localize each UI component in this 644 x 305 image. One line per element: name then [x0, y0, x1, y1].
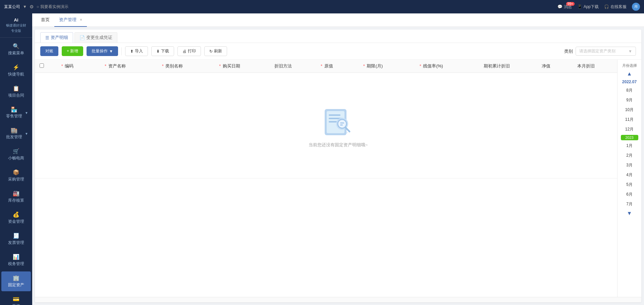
month-item-4[interactable]: 4月 — [621, 170, 638, 180]
svg-rect-11 — [340, 124, 343, 125]
table-header: * 编码 * 资产名称 * 类别名称 — [35, 60, 641, 73]
category-select-box[interactable]: 请选择固定资产类别 ▼ — [576, 47, 636, 56]
bottom-scrollbar[interactable] — [35, 297, 641, 302]
sidebar-item-quicknav[interactable]: ⚡ 快捷导航 — [1, 61, 31, 81]
svg-rect-10 — [340, 122, 344, 123]
month-item-12[interactable]: 12月 — [621, 125, 638, 134]
month-item-11[interactable]: 11月 — [621, 115, 638, 124]
sidebar-item-label: 搜索菜单 — [8, 50, 24, 56]
add-new-button[interactable]: + 新增 — [62, 46, 83, 56]
sidebar-item-label: 税务管理 — [8, 261, 24, 267]
app-download-button[interactable]: 📱 App下载 — [577, 4, 599, 10]
month-item-3[interactable]: 3月 — [621, 161, 638, 170]
company-dropdown[interactable]: ▼ — [23, 4, 27, 9]
asset-table: * 编码 * 资产名称 * 类别名称 — [35, 60, 641, 179]
sidebar-item-finance[interactable]: 💰 资金管理 — [1, 208, 31, 228]
demo-link[interactable]: ○ 我要看实例演示 — [37, 4, 68, 10]
message-badge: 99+ — [566, 2, 575, 6]
col-monthly-dep: 本月折旧 — [561, 60, 611, 73]
refresh-label: 刷新 — [214, 48, 222, 54]
print-button[interactable]: 🖨 打印 — [177, 46, 201, 56]
sidebar-item-purchase[interactable]: 📦 采购管理 — [1, 166, 31, 186]
sidebar-item-label: 固定资产 — [8, 282, 24, 288]
sidebar-item-fixed-assets[interactable]: 🏢 固定资产 — [1, 271, 31, 291]
col-original-value: * 原值 — [308, 60, 346, 73]
download-label: 下载 — [161, 48, 169, 54]
refresh-button[interactable]: ↻ 刷新 — [204, 46, 227, 56]
batch-arrow-icon: ▼ — [109, 49, 113, 54]
sidebar-item-project[interactable]: 📋 项目合同 — [1, 82, 31, 102]
company-name: 某某公司 — [4, 4, 20, 10]
month-nav-up[interactable]: ▲ — [626, 69, 634, 78]
col-residual-rate: * 残值率(%) — [400, 60, 463, 73]
empty-state: 当前您还没有固定资产明细哦~ — [38, 76, 639, 175]
tax-icon: 📊 — [13, 254, 19, 260]
sidebar-item-salary[interactable]: 💳 工资 — [1, 293, 31, 305]
sidebar-item-wholesale[interactable]: 🏬 批发管理 ▼ — [1, 124, 31, 143]
select-arrow-icon: ▼ — [628, 49, 632, 54]
tab-close-button[interactable]: × — [80, 17, 82, 22]
sidebar-item-retail[interactable]: 🏪 零售管理 ▼ — [1, 103, 31, 122]
batch-ops-button[interactable]: 批量操作 ▼ — [87, 46, 118, 56]
user-avatar[interactable]: 用 — [632, 3, 640, 11]
tab-home[interactable]: 首页 — [36, 13, 54, 27]
import-icon: ⬆ — [130, 49, 133, 54]
quicknav-icon: ⚡ — [13, 64, 19, 70]
sidebar-item-label: 小畅电商 — [8, 155, 24, 161]
table-container[interactable]: * 编码 * 资产名称 * 类别名称 — [35, 60, 641, 297]
select-all-checkbox[interactable] — [40, 63, 44, 68]
reconcile-button[interactable]: 对账 — [40, 46, 58, 56]
retail-icon: 🏪 — [11, 106, 17, 113]
month-item-6[interactable]: 6月 — [621, 190, 638, 199]
settings-icon[interactable]: ⚙ — [30, 4, 34, 9]
month-nav-down[interactable]: ▼ — [626, 209, 634, 218]
online-support-button[interactable]: 🎧 在线客服 — [604, 4, 627, 10]
sidebar-item-tax[interactable]: 📊 税务管理 — [1, 250, 31, 270]
headset-icon: 🎧 — [604, 4, 609, 9]
month-item-5[interactable]: 5月 — [621, 180, 638, 189]
tab-asset-mgmt[interactable]: 资产管理 × — [54, 13, 87, 27]
month-item-10[interactable]: 10月 — [621, 105, 638, 114]
month-item-7[interactable]: 7月 — [621, 200, 638, 209]
download-icon: ⬇ — [156, 49, 160, 54]
sub-tabs: ☰ 资产明细 📄 变更生成凭证 — [35, 30, 641, 43]
month-item-1[interactable]: 1月 — [621, 141, 638, 150]
table-body: 当前您还没有固定资产明细哦~ — [35, 73, 641, 179]
col-purchase-date: * 购买日期 — [201, 60, 258, 73]
empty-row: 当前您还没有固定资产明细哦~ — [35, 73, 641, 179]
refresh-icon: ↻ — [209, 49, 213, 54]
print-label: 打印 — [188, 48, 196, 54]
demo-icon: ○ — [37, 4, 39, 9]
category-placeholder: 请选择固定资产类别 — [579, 48, 615, 54]
subtab-change-voucher[interactable]: 📄 变更生成凭证 — [74, 32, 117, 43]
app-name: 畅捷通好业财 — [3, 23, 30, 28]
download-button[interactable]: ⬇ 下载 — [151, 46, 174, 56]
import-button[interactable]: ⬆ 导入 — [125, 46, 148, 56]
sidebar-item-search[interactable]: 🔍 搜索菜单 — [1, 40, 31, 59]
month-item-2[interactable]: 2月 — [621, 151, 638, 160]
sidebar-item-invoice[interactable]: 🧾 发票管理 — [1, 229, 31, 249]
month-panel-title: 月份选择 — [622, 62, 637, 69]
col-net-value: 净值 — [531, 60, 561, 73]
subtab-change-voucher-label: 变更生成凭证 — [86, 35, 112, 41]
subtab-asset-detail[interactable]: ☰ 资产明细 — [40, 32, 73, 43]
month-item-8[interactable]: 8月 — [621, 86, 638, 95]
top-bar: 某某公司 ▼ ⚙ ○ 我要看实例演示 💬 消息 99+ 📱 App下载 🎧 在线… — [0, 0, 644, 13]
wholesale-icon: 🏬 — [11, 127, 17, 134]
empty-illustration — [318, 103, 358, 137]
category-label: 类别 — [564, 48, 573, 54]
top-bar-right: 💬 消息 99+ 📱 App下载 🎧 在线客服 用 — [557, 3, 640, 11]
sidebar-item-inventory[interactable]: 🏭 库存核算 — [1, 187, 31, 207]
col-name: * 资产名称 — [87, 60, 144, 73]
chevron-down-icon: ▼ — [25, 111, 28, 115]
month-item-9[interactable]: 9月 — [621, 96, 638, 105]
app-download-label: App下载 — [584, 4, 599, 10]
ecommerce-icon: 🛒 — [13, 148, 19, 154]
col-code: * 编码 — [48, 60, 87, 73]
app-download-icon: 📱 — [577, 4, 582, 9]
sidebar-item-ecommerce[interactable]: 🛒 小畅电商 — [1, 145, 31, 164]
message-button[interactable]: 💬 消息 99+ — [557, 4, 572, 10]
add-new-label: + 新增 — [67, 48, 78, 54]
month-panel: 月份选择 ▲ 2022.07 8月 9月 10月 11月 12月 2023 1月… — [617, 60, 641, 297]
app-edition: 专业版 — [3, 29, 30, 33]
